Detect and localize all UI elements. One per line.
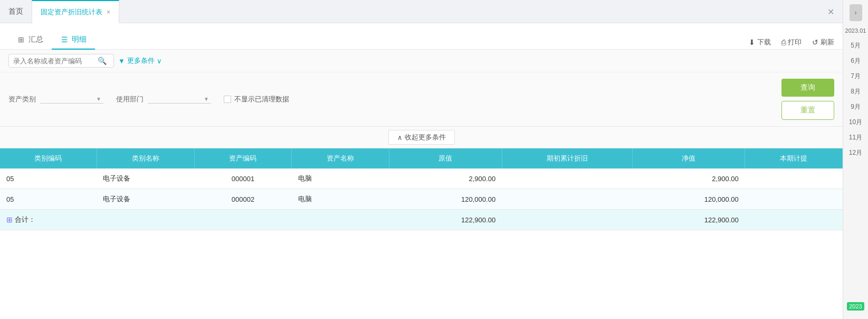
tab-detail-label: 明细 (72, 35, 87, 44)
sidebar-month-6[interactable]: 6月 (843, 53, 868, 69)
tab-detail[interactable]: ☰ 明细 (52, 31, 95, 50)
tab-active-label: 固定资产折旧统计表 (41, 7, 102, 17)
window-close-label: ✕ (827, 7, 834, 16)
year-badge: 2023 (847, 302, 864, 311)
download-icon: ⬇ (749, 38, 755, 46)
total-original-value: 122,900.00 (389, 210, 502, 230)
sidebar-month-5[interactable]: 5月 (843, 38, 868, 53)
sub-tab-bar: ⊞ 汇总 ☰ 明细 ⬇ 下载 ⎙ 打印 ↺ 刷新 (0, 23, 843, 50)
cell-asset-code: 000002 (194, 189, 292, 210)
collapse-bar: ∧ 收起更多条件 (0, 127, 843, 148)
cell-asset-name: 电脑 (292, 189, 389, 210)
hide-cleared-label: 不显示已清理数据 (234, 95, 289, 104)
search-icon[interactable]: 🔍 (98, 57, 107, 65)
use-department-arrow-icon: ▼ (204, 96, 209, 102)
sidebar-collapse-arrow[interactable]: › (850, 4, 862, 21)
sidebar-month-8[interactable]: 8月 (843, 84, 868, 99)
print-button[interactable]: ⎙ 打印 (781, 37, 802, 47)
cell-net-value: 120,000.00 (632, 189, 745, 210)
cell-category-name: 电子设备 (97, 189, 194, 210)
use-department-select[interactable]: ▼ (148, 95, 211, 104)
cell-original-value: 120,000.00 (389, 189, 502, 210)
sidebar-month-10[interactable]: 10月 (843, 115, 868, 130)
collapse-button[interactable]: ∧ 收起更多条件 (388, 130, 455, 145)
cell-original-value: 2,900.00 (389, 168, 502, 189)
hide-cleared-checkbox[interactable] (224, 96, 231, 103)
sidebar-month-12[interactable]: 12月 (843, 145, 868, 161)
cell-accumulated-depreciation (502, 189, 632, 210)
hide-cleared-checkbox-wrap[interactable]: 不显示已清理数据 (224, 95, 289, 104)
cell-accumulated-depreciation (502, 168, 632, 189)
right-sidebar: › 2023.01 5月 6月 7月 8月 9月 10月 11月 12月 202… (843, 0, 868, 319)
download-button[interactable]: ⬇ 下载 (749, 37, 771, 47)
search-bar: 🔍 ▼ 更多条件 ∨ (0, 50, 843, 72)
col-net-value: 净值 (632, 148, 745, 168)
print-icon: ⎙ (781, 38, 786, 46)
tab-close-icon[interactable]: × (107, 8, 110, 16)
tab-home-label: 首页 (8, 7, 23, 16)
data-table: 类别编码 类别名称 资产编码 资产名称 原值 期初累计折旧 净值 本期计提 05… (0, 148, 843, 230)
total-icon: ⊞ (6, 215, 13, 224)
collapse-label: 收起更多条件 (405, 133, 446, 142)
sidebar-month-11[interactable]: 11月 (843, 130, 868, 145)
print-label: 打印 (788, 37, 802, 47)
table-row: 05 电子设备 000002 电脑 120,000.00 120,000.00 (0, 189, 843, 210)
window-close-button[interactable]: ✕ (827, 6, 834, 16)
more-filter-button[interactable]: ▼ 更多条件 ∨ (118, 56, 162, 65)
sidebar-month-9[interactable]: 9月 (843, 99, 868, 115)
chevron-up-icon: ∧ (397, 134, 403, 142)
layers-icon: ⊞ (17, 35, 25, 44)
chevron-down-icon: ∨ (157, 57, 162, 65)
search-input-wrap[interactable]: 🔍 (8, 54, 114, 68)
filter-panel: 资产类别 ▼ 使用部门 ▼ 不显示已清理数据 (0, 72, 843, 127)
table-row: 05 电子设备 000001 电脑 2,900.00 2,900.00 (0, 168, 843, 189)
col-original-value: 原值 (389, 148, 502, 168)
filter-icon: ▼ (118, 57, 125, 65)
cell-asset-code: 000001 (194, 168, 292, 189)
cell-net-value: 2,900.00 (632, 168, 745, 189)
use-department-label: 使用部门 (116, 95, 144, 104)
asset-category-arrow-icon: ▼ (96, 96, 101, 102)
total-label-text: 合计： (15, 215, 35, 224)
refresh-label: 刷新 (821, 37, 834, 47)
cell-category-code: 05 (0, 168, 97, 189)
filter-asset-category: 资产类别 ▼ (8, 95, 103, 104)
cell-current-depreciation (745, 189, 843, 210)
table-total-row: ⊞ 合计： 122,900.00 122,900.00 (0, 210, 843, 230)
search-input[interactable] (13, 57, 98, 65)
col-category-name: 类别名称 (97, 148, 194, 168)
total-label-cell: ⊞ 合计： (0, 210, 389, 230)
refresh-icon: ↺ (812, 38, 818, 46)
table-wrap: 类别编码 类别名称 资产编码 资产名称 原值 期初累计折旧 净值 本期计提 05… (0, 148, 843, 319)
arrow-right-icon: › (855, 9, 857, 16)
tab-active[interactable]: 固定资产折旧统计表 × (32, 0, 119, 23)
refresh-button[interactable]: ↺ 刷新 (812, 37, 834, 47)
tab-summary[interactable]: ⊞ 汇总 (8, 31, 52, 50)
total-current-depreciation (745, 210, 843, 230)
cell-category-name: 电子设备 (97, 168, 194, 189)
cell-category-code: 05 (0, 189, 97, 210)
total-net-value: 122,900.00 (632, 210, 745, 230)
reset-button[interactable]: 重置 (781, 101, 834, 120)
sidebar-month-7[interactable]: 7月 (843, 69, 868, 84)
year-label: 2023.01 (845, 27, 866, 34)
asset-category-label: 资产类别 (8, 95, 36, 104)
filter-use-department: 使用部门 ▼ (116, 95, 211, 104)
content-area: ⊞ 汇总 ☰ 明细 ⬇ 下载 ⎙ 打印 ↺ 刷新 (0, 23, 843, 319)
tab-bar: 首页 固定资产折旧统计表 × ✕ (0, 0, 843, 23)
query-button[interactable]: 查询 (781, 79, 834, 97)
tab-summary-label: 汇总 (28, 35, 43, 44)
list-icon: ☰ (60, 35, 69, 44)
col-asset-code: 资产编码 (194, 148, 292, 168)
col-current-depreciation: 本期计提 (745, 148, 843, 168)
tab-home[interactable]: 首页 (0, 0, 32, 23)
col-accumulated-depreciation: 期初累计折旧 (502, 148, 632, 168)
col-category-code: 类别编码 (0, 148, 97, 168)
asset-category-select[interactable]: ▼ (40, 95, 103, 104)
cell-asset-name: 电脑 (292, 168, 389, 189)
more-filter-label: 更多条件 (127, 56, 155, 65)
download-label: 下载 (757, 37, 771, 47)
total-accumulated-depreciation (502, 210, 632, 230)
cell-current-depreciation (745, 168, 843, 189)
table-header-row: 类别编码 类别名称 资产编码 资产名称 原值 期初累计折旧 净值 本期计提 (0, 148, 843, 168)
